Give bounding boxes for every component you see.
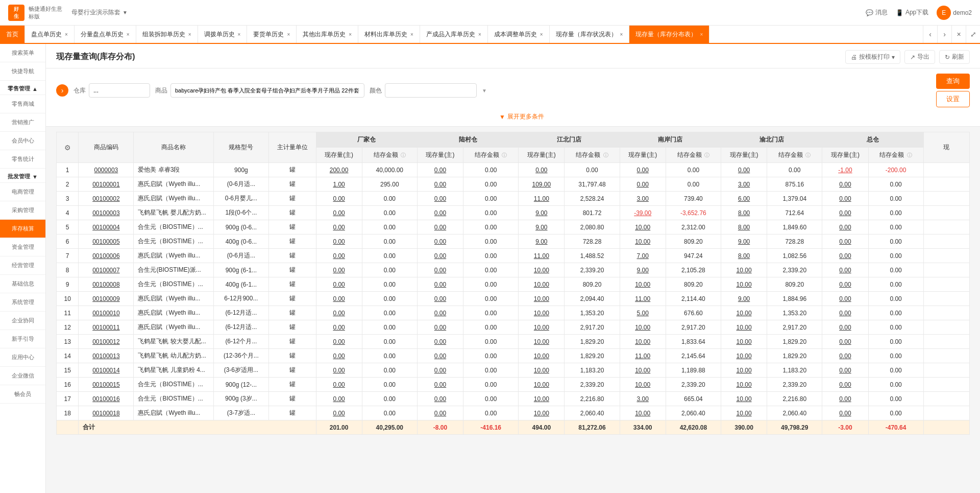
sidebar-item-collab[interactable]: 企业协同 [0,312,45,330]
gear-icon[interactable]: ⚙ [64,144,71,152]
sidebar-item-finance[interactable]: 资金管理 [0,238,45,256]
cell-factory-amt: 0.00 [362,220,417,234]
cell-total-qty: 0.00 [822,206,868,220]
sidebar-item-system[interactable]: 系统管理 [0,293,45,312]
th-yb: 渝北门店 [721,132,822,148]
color-dropdown-icon[interactable]: ▼ [482,88,487,93]
tab-7[interactable]: 材料出库单历史 × [358,26,420,43]
cell-yb-amt: 1,183.20 [767,363,822,378]
summary-yb-qty: 390.00 [721,420,767,435]
info-icon[interactable]: ⓘ [805,152,811,158]
sidebar-item-retail-mall[interactable]: 零售商城 [0,95,45,113]
industry-selector[interactable]: 母婴行业演示陈套 ▼ [71,8,128,17]
tab-9[interactable]: 成本调整单历史 × [488,26,550,43]
tab-5[interactable]: 要货单历史 × [247,26,297,43]
print-btn[interactable]: 🖨 按模板打印 ▾ [845,50,900,64]
sidebar-item-inventory[interactable]: 库存核算 [0,220,45,238]
info-icon[interactable]: ⓘ [907,152,912,158]
tab-2[interactable]: 分量盘点单历史 × [75,26,136,43]
user-avatar: E [937,6,951,20]
th-settings[interactable]: ⚙ [57,132,79,163]
sidebar-item-member[interactable]: 会员中心 [0,132,45,150]
search-toggle-btn[interactable]: › [56,84,68,97]
sidebar-item-retail-mgmt[interactable]: 零售管理 ▲ [0,81,45,95]
refresh-btn[interactable]: ↻ 刷新 [939,50,970,64]
cell-factory-qty: 200.00 [316,163,362,177]
cell-yb-qty: 10.00 [721,306,767,320]
cell-total-qty: 0.00 [822,392,868,406]
cell-code: 00100018 [79,406,134,420]
export-icon: ↗ [910,54,915,61]
cell-total-qty: -1.00 [822,163,868,177]
message-icon: 💬 [866,9,873,16]
user-area[interactable]: E demo2 [937,6,972,20]
sidebar-item-retail-stats[interactable]: 零售统计 [0,150,45,169]
sidebar-item-guide[interactable]: 新手引导 [0,330,45,348]
cell-lc-amt: 0.00 [463,406,519,420]
sidebar-item-basics[interactable]: 基础信息 [0,275,45,293]
nav-prev[interactable]: ‹ [923,26,937,43]
sidebar-item-wholesale-mgmt[interactable]: 批发管理 ▼ [0,169,45,183]
export-btn[interactable]: ↗ 导出 [904,50,935,64]
cell-unit: 罐 [268,306,316,320]
cell-na-amt: 739.40 [666,192,721,206]
tab-home[interactable]: 首页 [0,26,25,43]
sidebar-item-wechat[interactable]: 企业微信 [0,367,45,385]
settings-btn[interactable]: 设置 [936,91,970,107]
cell-na-qty: 10.00 [620,220,666,234]
cell-total-amt: 0.00 [868,363,923,378]
cell-total-amt: -200.00 [868,163,923,177]
nav-next[interactable]: › [937,26,951,43]
tab-4[interactable]: 调拨单历史 × [198,26,248,43]
info-icon[interactable]: ⓘ [603,152,608,158]
cell-lc-amt: 0.00 [463,177,519,192]
info-icon[interactable]: ⓘ [704,152,709,158]
table-container[interactable]: ⚙ 商品编码 商品名称 规格型号 主计量单位 厂家仓 陆村仓 江北门店 南岸门店… [46,127,980,493]
cell-na-qty: 10.00 [620,406,666,420]
cell-name: 惠氏启賦（Wyeth illu... [134,292,213,306]
summary-row: 合计 201.00 40,295.00 -8.00 -416.16 494.00… [57,420,970,435]
color-input[interactable] [385,83,477,98]
sidebar-item-nav[interactable]: 快捷导航 [0,62,45,81]
sidebar-item-ecom[interactable]: 电商管理 [0,183,45,201]
tab-3[interactable]: 组装拆卸单历史 × [136,26,198,43]
expand-conditions-btn[interactable]: ▼ 展开更多条件 [499,112,544,121]
th-lc-qty: 现存量(主) [417,148,463,163]
cell-yb-amt: 1,884.96 [767,292,822,306]
cell-unit: 罐 [268,406,316,420]
tab-10[interactable]: 现存量（库存状况表）× [550,26,630,43]
cell-unit: 罐 [268,378,316,392]
cell-spec: (6-12月适... [213,306,268,320]
cell-num: 15 [57,363,79,378]
info-icon[interactable]: ⓘ [502,152,507,158]
cell-total-amt: 0.00 [868,206,923,220]
cell-total-amt: 0.00 [868,220,923,234]
main-content: 现存量查询(库存分布) 🖨 按模板打印 ▾ ↗ 导出 ↻ 刷新 [46,44,980,493]
nav-close-all[interactable]: × [951,26,966,43]
app-download-btn[interactable]: 📱 App下载 [896,8,928,17]
sidebar-item-ops[interactable]: 经营管理 [0,256,45,275]
sidebar-item-apps[interactable]: 应用中心 [0,348,45,367]
tab-11[interactable]: 现存量（库存分布表）× [629,26,709,43]
cell-na-qty: 10.00 [620,363,666,378]
cell-unit: 罐 [268,277,316,292]
message-btn[interactable]: 💬 消息 [866,8,888,17]
cell-unit: 罐 [268,220,316,234]
cell-na-qty: 10.00 [620,234,666,249]
tab-1[interactable]: 盘点单历史 × [25,26,75,43]
sidebar-item-search[interactable]: 搜索英单 [0,44,45,62]
tab-8[interactable]: 产成品入库单历史 × [420,26,488,43]
warehouse-input[interactable] [89,83,150,98]
cell-jb-qty: 11.00 [519,249,565,263]
info-icon[interactable]: ⓘ [401,152,406,158]
nav-expand[interactable]: ⤢ [966,26,980,43]
cell-unit: 罐 [268,392,316,406]
tab-6[interactable]: 其他出库单历史 × [297,26,358,43]
sidebar-item-purchase[interactable]: 采购管理 [0,201,45,220]
sidebar-item-vip[interactable]: 畅会员 [0,385,45,404]
goods-input[interactable] [170,83,364,98]
cell-na-amt: 665.04 [666,392,721,406]
sidebar-item-marketing[interactable]: 营销推广 [0,113,45,132]
query-btn[interactable]: 查询 [936,74,970,89]
cell-spec: (12-36个月... [213,349,268,363]
